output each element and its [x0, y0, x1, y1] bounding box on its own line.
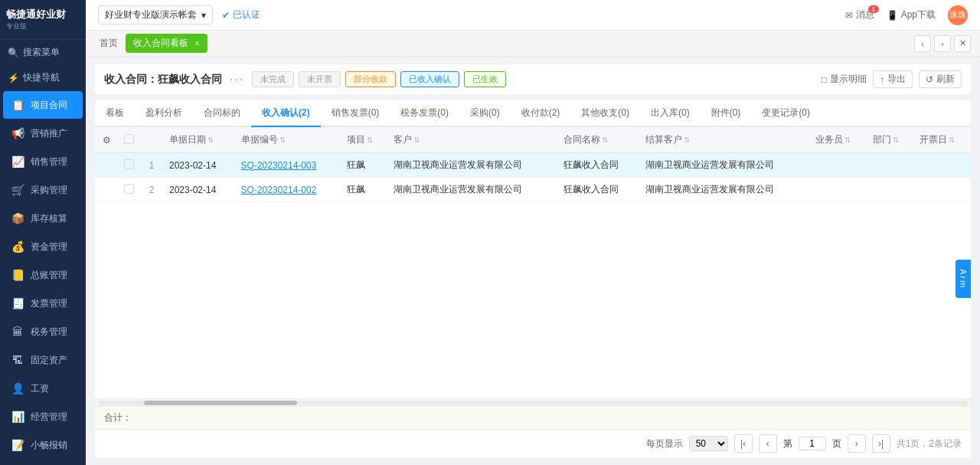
sidebar-item-hr[interactable]: 👤工资 — [3, 375, 83, 402]
settings-icon[interactable]: ⚙ — [103, 135, 111, 146]
sidebar-item-sales[interactable]: 📈销售管理 — [3, 148, 83, 175]
page-size-select[interactable]: 50 100 200 — [689, 436, 728, 451]
sidebar-item-report[interactable]: 📝小畅报销 — [3, 431, 83, 459]
more-button[interactable]: ··· — [230, 73, 244, 87]
prev-page-button[interactable]: ‹ — [759, 434, 777, 453]
message-button[interactable]: ✉ 1 消息 — [845, 8, 874, 21]
close-icon[interactable]: × — [194, 38, 200, 49]
export-button[interactable]: ↑ 导出 — [873, 70, 913, 88]
main-area: 好业财专业版演示帐套 ▾ ✔ 已认证 ✉ 1 消息 📱 App下载 珠珠 首页 — [86, 0, 980, 465]
chevron-down-icon: ▾ — [201, 10, 206, 21]
cell-settle_customer-0: 湖南卫视商业运营发展有限公司 — [639, 153, 810, 178]
select-all-checkbox[interactable] — [124, 134, 134, 144]
sidebar-label-marketing: 营销推广 — [31, 127, 67, 140]
sidebar-item-purchase[interactable]: 🛒采购管理 — [3, 176, 83, 204]
subtabs: 看板盈利分析合同标的收入确认(2)销售发票(0)税务发票(0)采购(0)收付款(… — [95, 100, 971, 127]
sidebar-label-tax: 税务管理 — [31, 326, 67, 339]
col-header-salesperson[interactable]: 业务员⇅ — [809, 127, 867, 153]
prev-tab-button[interactable]: ‹ — [914, 35, 931, 52]
page-number-input[interactable] — [799, 437, 826, 450]
status-partial[interactable]: 部分收款 — [345, 71, 396, 87]
subtab-sales_invoice[interactable]: 销售发票(0) — [321, 100, 390, 127]
subtab-payment[interactable]: 收付款(2) — [511, 100, 571, 127]
status-uninvoiced[interactable]: 未开票 — [299, 71, 341, 87]
cell-num-1: 2 — [140, 178, 163, 202]
contract-title: 收入合同：狂飙收入合同 — [104, 73, 222, 87]
subtab-contract_standard[interactable]: 合同标的 — [193, 100, 251, 127]
subtab-dashboard[interactable]: 看板 — [95, 100, 135, 127]
subtab-other_income[interactable]: 其他收支(0) — [570, 100, 640, 127]
close-tab-button[interactable]: ✕ — [954, 35, 971, 52]
subtab-inventory[interactable]: 出入库(0) — [640, 100, 701, 127]
status-confirmed[interactable]: 已收入确认 — [400, 71, 459, 87]
sidebar-item-capital[interactable]: 💰资金管理 — [3, 233, 83, 260]
sidebar-label-hr: 工资 — [31, 382, 49, 395]
sidebar-search[interactable]: 🔍 搜索菜单 — [0, 40, 86, 65]
col-header-contract_name[interactable]: 合同名称⇅ — [557, 127, 639, 153]
show-detail-checkbox[interactable]: □ 显示明细 — [822, 73, 867, 86]
col-header-department[interactable]: 部门⇅ — [867, 127, 913, 153]
sort-icon-order_no: ⇅ — [279, 136, 286, 144]
subtab-change_log[interactable]: 变更记录(0) — [751, 100, 821, 127]
cell-date-1: 2023-02-14 — [163, 178, 235, 202]
table-row[interactable]: 12023-02-14SQ-20230214-003狂飙湖南卫视商业运营发展有限… — [95, 153, 971, 178]
sort-icon-department: ⇅ — [893, 136, 899, 144]
purchase-icon: 🛒 — [11, 183, 24, 197]
sort-icon-contract_name: ⇅ — [602, 136, 608, 144]
status-incomplete[interactable]: 未完成 — [252, 71, 294, 87]
col-header-date[interactable]: 单据日期⇅ — [163, 127, 235, 153]
active-tab[interactable]: 收入合同看板 × — [126, 34, 207, 53]
right-panel-label: Arm — [959, 269, 968, 289]
sidebar-item-base[interactable]: ⚙基础信息 — [3, 460, 83, 465]
sidebar-item-inventory[interactable]: 📦库存核算 — [3, 205, 83, 232]
sidebar-item-assets[interactable]: 🏗固定资产 — [3, 346, 83, 374]
sidebar-item-marketing[interactable]: 📢营销推广 — [3, 120, 83, 147]
sidebar-item-tax[interactable]: 🏛税务管理 — [3, 318, 83, 345]
company-selector[interactable]: 好业财专业版演示帐套 ▾ — [98, 5, 213, 25]
order-no-link-0[interactable]: SQ-20230214-003 — [241, 160, 317, 171]
next-page-button[interactable]: › — [848, 434, 866, 453]
app-download-label: App下载 — [901, 8, 936, 21]
certified-label: 已认证 — [233, 8, 260, 21]
data-table-wrap[interactable]: ⚙单据日期⇅单据编号⇅项目⇅客户⇅合同名称⇅结算客户⇅业务员⇅部门⇅开票日⇅ 1… — [95, 127, 971, 398]
expense-icon: 📊 — [11, 410, 24, 424]
horizontal-scrollbar[interactable] — [95, 398, 971, 406]
col-header-num — [140, 127, 163, 153]
refresh-button[interactable]: ↺ 刷新 — [919, 70, 962, 88]
status-active[interactable]: 已生效 — [464, 71, 506, 87]
first-page-button[interactable]: |‹ — [734, 434, 753, 453]
sidebar-item-project-contract[interactable]: 📋项目合同 — [3, 91, 83, 119]
col-header-project[interactable]: 项目⇅ — [341, 127, 387, 153]
col-header-customer[interactable]: 客户⇅ — [387, 127, 558, 153]
sidebar-label-capital: 资金管理 — [31, 241, 67, 254]
next-tab-button[interactable]: › — [934, 35, 951, 52]
subtab-income_confirm[interactable]: 收入确认(2) — [251, 100, 321, 127]
col-header-open_date[interactable]: 开票日⇅ — [913, 127, 971, 153]
home-tab[interactable]: 首页 — [95, 35, 122, 51]
row-checkbox-0[interactable] — [124, 159, 134, 169]
sidebar-quick-nav[interactable]: ⚡ 快捷导航 — [0, 65, 86, 90]
right-panel[interactable]: Arm — [956, 260, 971, 298]
order-no-link-1[interactable]: SQ-20230214-002 — [241, 185, 317, 195]
row-checkbox-1[interactable] — [124, 184, 134, 194]
sidebar-item-accounting[interactable]: 📒总账管理 — [3, 261, 83, 289]
col-header-order_no[interactable]: 单据编号⇅ — [235, 127, 341, 153]
cell-project-1: 狂飙 — [341, 178, 387, 202]
subtab-profit[interactable]: 盈利分析 — [135, 100, 193, 127]
sort-icon-settle_customer: ⇅ — [684, 136, 690, 144]
sidebar-item-expense[interactable]: 📊经营管理 — [3, 403, 83, 431]
subtab-purchase[interactable]: 采购(0) — [459, 100, 511, 127]
sidebar-item-invoice[interactable]: 🧾发票管理 — [3, 290, 83, 317]
subtab-tax_invoice[interactable]: 税务发票(0) — [390, 100, 459, 127]
sidebar-label-accounting: 总账管理 — [31, 269, 67, 282]
subtab-attachment[interactable]: 附件(0) — [701, 100, 752, 127]
inventory-icon: 📦 — [11, 211, 24, 225]
sidebar: 畅捷通好业财 专业版 🔍 搜索菜单 ⚡ 快捷导航 📋项目合同📢营销推广📈销售管理… — [0, 0, 86, 465]
user-avatar[interactable]: 珠珠 — [948, 5, 968, 25]
table-row[interactable]: 22023-02-14SQ-20230214-002狂飙湖南卫视商业运营发展有限… — [95, 178, 971, 202]
invoice-icon: 🧾 — [11, 296, 24, 310]
app-download-button[interactable]: 📱 App下载 — [887, 8, 936, 21]
company-name: 好业财专业版演示帐套 — [105, 8, 197, 21]
col-header-settle_customer[interactable]: 结算客户⇅ — [639, 127, 810, 153]
last-page-button[interactable]: ›| — [872, 434, 890, 453]
